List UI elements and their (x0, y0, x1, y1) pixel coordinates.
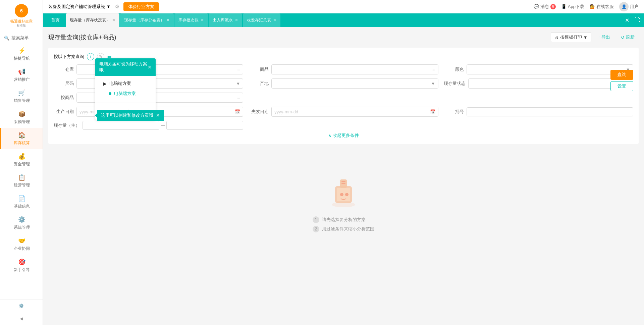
filter-goods-select[interactable]: ··· (271, 64, 438, 74)
tab-home[interactable]: 首页 (46, 13, 65, 27)
sidebar-item-quick[interactable]: ⚡ 快捷导航 (0, 44, 43, 65)
sidebar-settings-btn[interactable]: ⚙️ (0, 300, 43, 312)
filter-add-button[interactable]: + (87, 53, 94, 60)
filter-expire-date-label: 失效日期 (249, 109, 269, 115)
mobile-icon: 📱 (561, 4, 567, 9)
header-user[interactable]: 👤 用户 (619, 2, 639, 11)
trial-button[interactable]: 体验行业方案 (123, 2, 159, 11)
header-app-download[interactable]: 📱 App下载 (561, 4, 584, 10)
export-icon: ↑ (598, 35, 600, 40)
print-icon: 🖨 (554, 35, 559, 40)
scheme-pc-expand-icon: ▶ (103, 81, 107, 86)
tab-batch-account[interactable]: 库存批次账 ✕ (174, 13, 208, 27)
header-left: 装备及固定资产辅助管理系统 ▼ ⚙ 体验行业方案 (48, 2, 159, 11)
reset-button[interactable]: 设置 (610, 81, 633, 91)
tab-inventory-status[interactable]: 现存量（库存状况表） ✕ (66, 13, 119, 27)
tab-collect-summary[interactable]: 收发存汇总表 ✕ (243, 13, 280, 27)
export-btn[interactable]: ↑ 导出 (594, 32, 614, 42)
logo-area: 6 畅通道好生意 标准版 (0, 0, 43, 32)
tab-inout-flow[interactable]: 出入库流水 ✕ (209, 13, 242, 27)
tab-bar: 首页 现存量（库存状况表） ✕ 现存量（库存分布表） ✕ 库存批次账 ✕ 出入库… (43, 13, 644, 27)
filter-expire-date-input[interactable]: yyyy-mm-dd 📅 (271, 107, 438, 117)
filter-section: 按以下方案查询 + ✎ ⬅ 电脑方案可设为移动方案哦 ✕ ▶ 电脑端方案 (48, 48, 639, 144)
filter-batch-input[interactable] (467, 107, 633, 116)
sidebar-sales-label: 销售管理 (14, 98, 30, 104)
sidebar-item-operation[interactable]: 📋 经营管理 (0, 170, 43, 192)
header-support[interactable]: 💁 在线客服 (590, 4, 614, 10)
support-label: 在线客服 (596, 4, 614, 10)
sidebar-item-guide[interactable]: 🎯 新手引导 (0, 255, 43, 276)
message-label: 消息 (540, 4, 549, 10)
sidebar-bottom: ⚙️ ◀ (0, 299, 43, 325)
sidebar-search-label: 搜索菜单 (11, 35, 29, 41)
tab-fullscreen-btn[interactable]: ⛶ (633, 16, 641, 25)
tab-close-all-btn[interactable]: ✕ (624, 16, 631, 25)
filter-origin-select[interactable]: ▼ (271, 78, 438, 89)
range-separator: — (161, 123, 165, 128)
collapse-icon: ∧ (328, 133, 331, 138)
system-selector[interactable]: 装备及固定资产辅助管理系统 ▼ (48, 4, 111, 10)
filter-expire-date-placeholder: yyyy-mm-dd (274, 109, 298, 114)
scheme-panel-close[interactable]: ✕ (148, 64, 152, 70)
scheme-pc-detail[interactable]: 电脑端方案 (99, 89, 152, 99)
goods-dropdown-icon: ··· (432, 67, 435, 72)
sidebar-item-enterprise[interactable]: 🤝 企业协同 (0, 234, 43, 255)
sidebar-collapse-btn[interactable]: ◀ (0, 312, 43, 325)
expire-date-calendar-icon[interactable]: 📅 (430, 109, 435, 114)
top-header: 装备及固定资产辅助管理系统 ▼ ⚙ 体验行业方案 💬 消息 6 📱 App下载 … (43, 0, 644, 13)
sidebar-item-search[interactable]: 🔍 搜索菜单 (0, 32, 43, 44)
scheme-pc-item[interactable]: ▶ 电脑端方案 (99, 78, 152, 89)
sales-icon: 🛒 (18, 89, 25, 97)
refresh-icon: ↺ (621, 35, 625, 40)
filter-stock-main-end[interactable] (166, 121, 243, 130)
filter-batch-field: 批号 (444, 107, 633, 116)
print-dropdown-icon: ▼ (583, 35, 588, 40)
produce-date-calendar-icon[interactable]: 📅 (235, 109, 240, 114)
svg-rect-9 (341, 183, 345, 184)
inventory-icon: 🏠 (18, 131, 25, 139)
tab-inout-flow-close[interactable]: ✕ (235, 18, 238, 22)
tooltip-close[interactable]: ✕ (156, 113, 160, 118)
tab-inventory-status-close[interactable]: ✕ (112, 18, 115, 22)
tooltip-arrow (95, 113, 97, 117)
header-message[interactable]: 💬 消息 6 (534, 4, 556, 10)
sidebar-guide-label: 新手引导 (14, 267, 30, 273)
filter-stock-main-field: 现存量（主） — (54, 121, 243, 130)
scheme-pc-detail-label: 电脑端方案 (114, 91, 136, 97)
system-title-label: 装备及固定资产辅助管理系统 (48, 4, 105, 10)
refresh-btn[interactable]: ↺ 刷新 (617, 32, 639, 42)
filter-stock-main-label: 现存量（主） (54, 122, 80, 128)
scheme-pc-label: 电脑端方案 (109, 80, 131, 87)
print-btn[interactable]: 🖨 按模板打印 ▼ (551, 32, 591, 42)
action-buttons: 查询 设置 (610, 70, 633, 91)
tab-collect-summary-label: 收发存汇总表 (247, 17, 271, 23)
message-icon: 💬 (534, 4, 539, 9)
sidebar-item-purchase[interactable]: 📦 采购管理 (0, 107, 43, 128)
filter-color-select[interactable]: ▼ (467, 64, 633, 74)
hint-text-2: 用过滤条件来缩小分析范围 (322, 226, 374, 232)
filter-collapse-more[interactable]: ∧ 收起更多条件 (54, 130, 633, 139)
tab-inventory-dist-close[interactable]: ✕ (166, 18, 170, 22)
filter-stock-main-range: — (83, 121, 243, 130)
query-button[interactable]: 查询 (610, 70, 633, 80)
sidebar-basic-label: 基础信息 (14, 204, 30, 209)
tab-inventory-dist[interactable]: 现存量（库存分布表） ✕ (120, 13, 174, 27)
tab-actions: ✕ ⛶ (624, 16, 641, 25)
collapse-label: 收起更多条件 (333, 132, 359, 139)
sidebar-item-finance[interactable]: 💰 资金管理 (0, 149, 43, 170)
filter-stock-status-select[interactable]: ▼ (468, 78, 633, 89)
sidebar-item-system[interactable]: ⚙️ 系统管理 (0, 213, 43, 234)
filter-stock-main-start[interactable] (83, 121, 159, 130)
tab-inout-flow-label: 出入库流水 (213, 17, 233, 23)
tab-collect-summary-close[interactable]: ✕ (273, 18, 276, 22)
filter-warehouse-label: 仓库 (54, 66, 74, 72)
sidebar-item-inventory[interactable]: 🏠 库存核算 (0, 128, 43, 149)
header-settings-icon[interactable]: ⚙ (115, 3, 119, 10)
sidebar-item-basic[interactable]: 📄 基础信息 (0, 192, 43, 213)
tab-batch-account-close[interactable]: ✕ (201, 18, 204, 22)
tab-inventory-dist-label: 现存量（库存分布表） (124, 17, 164, 23)
finance-icon: 💰 (18, 153, 25, 160)
sidebar-item-marketing[interactable]: 📢 营销推广 (0, 65, 43, 86)
sidebar-item-sales[interactable]: 🛒 销售管理 (0, 86, 43, 107)
page-title: 现存量查询(按仓库+商品) (48, 33, 116, 41)
